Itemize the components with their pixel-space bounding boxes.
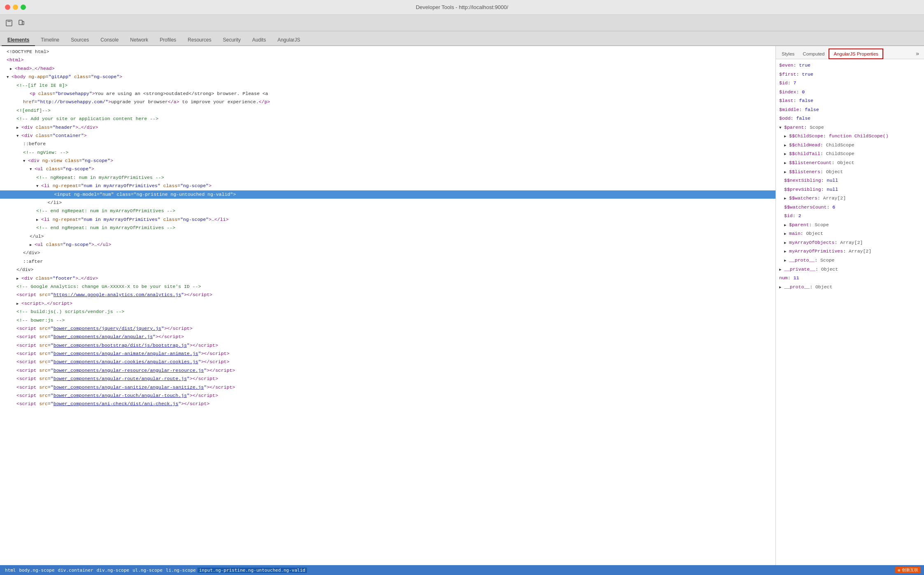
breadcrumb-ng-scope[interactable]: div.ng-scope xyxy=(95,568,131,573)
code-line[interactable]: <!-- end ngRepeat: num in myArrayOfPrimi… xyxy=(0,224,775,232)
code-line[interactable]: <!-- ngRepeat: num in myArrayOfPrimitive… xyxy=(0,174,775,182)
code-line[interactable]: <!-- end ngRepeat: num in myArrayOfPrimi… xyxy=(0,207,775,215)
code-line[interactable]: </li> xyxy=(0,199,775,207)
prop-id-2: $id: 2 xyxy=(779,211,921,220)
code-line[interactable]: <script>…</script> xyxy=(0,299,775,308)
tab-sources[interactable]: Sources xyxy=(65,35,95,46)
tab-computed[interactable]: Computed xyxy=(799,49,829,59)
prop-childtail[interactable]: $$childTail: ChildScope xyxy=(779,149,921,158)
code-line[interactable]: <script src="bower_components/angular-co… xyxy=(0,358,775,366)
code-line[interactable]: </ul> xyxy=(0,232,775,241)
code-line-highlighted[interactable]: <input ng-model="num" class="ng-pristine… xyxy=(0,190,775,199)
code-line[interactable]: <!--[if lte IE 8]> xyxy=(0,81,775,90)
code-line[interactable]: </div> xyxy=(0,266,775,274)
tab-resources[interactable]: Resources xyxy=(182,35,217,46)
tab-angularjs-properties[interactable]: AngularJS Properties xyxy=(829,49,883,59)
prop-watcherscount: $$watchersCount: 6 xyxy=(779,203,921,212)
code-line[interactable]: <html> xyxy=(0,56,775,64)
prop-parent[interactable]: $parent: Scope xyxy=(779,123,921,132)
prop-odd: $odd: false xyxy=(779,114,921,123)
code-line[interactable]: <body ng-app="gitApp" class="ng-scope"> xyxy=(0,73,775,81)
svg-rect-2 xyxy=(19,20,22,25)
angularjs-properties-content: $even: true $first: true $id: 7 $index: … xyxy=(776,59,924,565)
code-line[interactable]: <!-- build:js(.) scripts/vendor.js --> xyxy=(0,308,775,316)
tab-console[interactable]: Console xyxy=(95,35,124,46)
code-line[interactable]: <script src="bower_components/angular/an… xyxy=(0,333,775,341)
minimize-button[interactable] xyxy=(13,5,18,10)
tab-profiles[interactable]: Profiles xyxy=(154,35,182,46)
inspect-element-button[interactable] xyxy=(3,17,15,29)
tab-styles[interactable]: Styles xyxy=(778,49,799,59)
svg-rect-3 xyxy=(22,21,24,25)
prop-listenercount[interactable]: $$listenerCount: Object xyxy=(779,158,921,167)
code-line[interactable]: <script src="https://www.google-analytic… xyxy=(0,291,775,299)
inspect-icon xyxy=(6,20,12,26)
prop-myarrayofobjects[interactable]: myArrayOfObjects: Array[2] xyxy=(779,238,921,247)
breadcrumb-input[interactable]: input.ng-pristine.ng-untouched.ng-valid xyxy=(197,568,307,573)
code-line[interactable]: <ul class="ng-scope">…</ul> xyxy=(0,241,775,249)
code-line[interactable]: <head>…</head> xyxy=(0,65,775,73)
elements-panel[interactable]: <!DOCTYPE html> <html> <head>…</head> <b… xyxy=(0,46,776,565)
tab-timeline[interactable]: Timeline xyxy=(35,35,65,46)
window-title: Developer Tools - http://localhost:9000/ xyxy=(416,4,508,10)
titlebar: Developer Tools - http://localhost:9000/ xyxy=(0,0,924,15)
code-line[interactable]: <div class="header">…</div> xyxy=(0,123,775,132)
prop-num: num: 11 xyxy=(779,274,921,283)
prop-parent-2[interactable]: $parent: Scope xyxy=(779,220,921,230)
code-line[interactable]: <script src="bower_components/jquery/dis… xyxy=(0,325,775,333)
code-line[interactable]: <div class="footer">…</div> xyxy=(0,274,775,283)
tab-angularjs[interactable]: AngularJS xyxy=(272,35,306,46)
code-line[interactable]: <script src="bower_components/bootstrap/… xyxy=(0,341,775,350)
device-icon xyxy=(18,20,25,26)
code-line[interactable]: <ul class="ng-scope"> xyxy=(0,165,775,173)
device-mode-button[interactable] xyxy=(16,17,27,29)
prop-listeners[interactable]: $$listeners: Object xyxy=(779,167,921,176)
breadcrumb-body[interactable]: body.ng-scope xyxy=(18,568,56,573)
code-line[interactable]: <li ng-repeat="num in myArrayOfPrimitive… xyxy=(0,182,775,190)
tab-security[interactable]: Security xyxy=(217,35,246,46)
tab-network[interactable]: Network xyxy=(124,35,154,46)
code-line[interactable]: <script src="bower_components/ani-check/… xyxy=(0,400,775,408)
prop-proto-object[interactable]: __proto__: Object xyxy=(779,283,921,292)
code-line[interactable]: ::before xyxy=(0,140,775,148)
code-line[interactable]: <!-- ngView: --> xyxy=(0,148,775,157)
code-line[interactable]: </div> xyxy=(0,249,775,257)
code-line[interactable]: <script src="bower_components/angular-re… xyxy=(0,366,775,375)
tab-audits[interactable]: Audits xyxy=(246,35,272,46)
right-panel-tabs: Styles Computed AngularJS Properties » xyxy=(776,46,924,59)
prop-nextsibling: $$nextSibling: null xyxy=(779,176,921,185)
code-line[interactable]: <!-- bower:js --> xyxy=(0,316,775,325)
more-tabs-button[interactable]: » xyxy=(912,48,922,59)
breadcrumb-container[interactable]: div.container xyxy=(56,568,95,573)
code-line[interactable]: ::after xyxy=(0,257,775,266)
prop-proto-scope[interactable]: __proto__: Scope xyxy=(779,256,921,265)
code-line[interactable]: <script src="bower_components/angular-to… xyxy=(0,392,775,400)
creative-text: 创新互联 xyxy=(902,567,918,573)
code-line[interactable]: <![endif]--> xyxy=(0,107,775,115)
code-line[interactable]: <!-- Add your site or application conten… xyxy=(0,115,775,123)
prop-middle: $middle: false xyxy=(779,105,921,114)
code-line[interactable]: <script src="bower_components/angular-ro… xyxy=(0,375,775,383)
code-line[interactable]: <script src="bower_components/angular-an… xyxy=(0,350,775,358)
code-line[interactable]: <div ng-view class="ng-scope"> xyxy=(0,157,775,165)
prop-childhead[interactable]: $$childHead: ChildScope xyxy=(779,141,921,150)
close-button[interactable] xyxy=(5,5,10,10)
prop-watchers[interactable]: $$watchers: Array[2] xyxy=(779,194,921,203)
breadcrumb-ul[interactable]: ul.ng-scope xyxy=(131,568,164,573)
code-line[interactable]: href="http://browsehappy.com/">upgrade y… xyxy=(0,98,775,106)
tab-elements[interactable]: Elements xyxy=(2,35,35,46)
breadcrumb-html[interactable]: html xyxy=(3,568,18,573)
prop-myarrayofprimitives[interactable]: myArrayOfPrimitives: Array[2] xyxy=(779,247,921,256)
breadcrumb-li[interactable]: li.ng-scope xyxy=(164,568,197,573)
prop-childscope[interactable]: $$ChildScope: function ChildScope() xyxy=(779,132,921,141)
code-line[interactable]: <p class="browsehappy">You are using an … xyxy=(0,90,775,98)
prop-private[interactable]: __private__: Object xyxy=(779,265,921,274)
maximize-button[interactable] xyxy=(21,5,26,10)
code-line[interactable]: <div class="container"> xyxy=(0,132,775,140)
prop-main[interactable]: main: Object xyxy=(779,229,921,238)
code-line[interactable]: <script src="bower_components/angular-sa… xyxy=(0,383,775,392)
code-line[interactable]: <!-- Google Analytics: change UA-XXXXX-X… xyxy=(0,283,775,291)
code-line[interactable]: <!DOCTYPE html> xyxy=(0,48,775,56)
prop-first: $first: true xyxy=(779,70,921,79)
code-line[interactable]: <li ng-repeat="num in myArrayOfPrimitive… xyxy=(0,216,775,224)
